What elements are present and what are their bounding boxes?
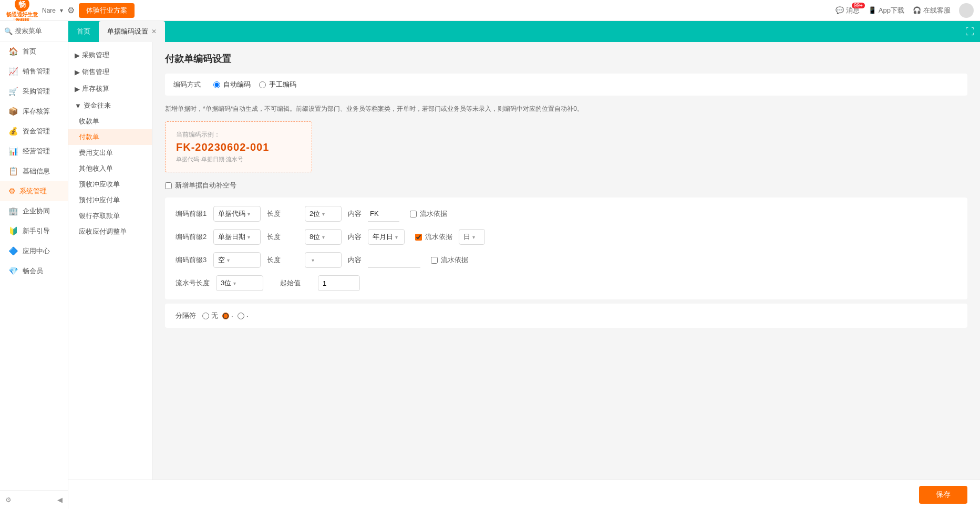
sidebar-item-enterprise[interactable]: 🏢 企业协同 [0,201,68,221]
prefix3-serial-checkbox[interactable] [431,257,438,264]
prefix2-serial-checkbox[interactable] [415,234,422,241]
prefix3-serial-wrap[interactable]: 流水依据 [431,255,468,265]
subnav-capital-label: 资金往来 [84,101,111,110]
sidebar-guide-label: 新手引导 [23,226,50,236]
subnav-item-bank-deposit[interactable]: 银行存取款单 [68,208,152,224]
prefix1-length-label: 长度 [267,209,298,219]
company-dropdown[interactable]: ▾ [60,7,63,14]
prefix1-length-select[interactable]: 2位 ▾ [305,206,342,222]
message-icon: 💬 [835,6,844,14]
subnav-item-payment[interactable]: 付款单 [68,129,152,145]
collapse-icon[interactable]: ◀ [57,496,63,504]
message-badge: 99+ [852,3,865,8]
auto-code-label: 自动编码 [223,80,251,89]
prefix3-label: 编码前缀3 [176,255,207,265]
prefix2-serial-wrap[interactable]: 流水依据 [415,232,452,242]
app-download-btn[interactable]: 📱 App下载 [868,6,904,15]
auto-fill-checkbox[interactable] [165,182,172,189]
page-content: ▶ 采购管理 ▶ 销售管理 ▶ 库存核算 [68,42,980,480]
subnav-capital-title[interactable]: ▼ 资金往来 [68,98,152,113]
prefix2-serial-unit-select[interactable]: 日 ▾ [459,229,485,245]
sep-none-label: 无 [211,311,218,320]
start-value-input[interactable] [318,275,360,291]
main-form: 付款单编码设置 编码方式 自动编码 手工编码 新增单据时，*单据编码*自动生成，… [152,42,980,480]
app-icon: 📱 [868,6,876,14]
sep-none-radio[interactable] [202,313,209,319]
form-title: 付款单编码设置 [165,53,967,65]
sidebar-bottom: ⚙ ◀ [0,490,68,509]
subnav-item-ap-adjustment[interactable]: 应收应付调整单 [68,224,152,240]
subnav-item-other-income[interactable]: 其他收入单 [68,161,152,176]
search-menu[interactable]: 🔍 搜索菜单 [0,21,68,41]
sidebar-item-finance[interactable]: 💰 资金管理 [0,121,68,141]
subnav-inventory-title[interactable]: ▶ 库存核算 [68,81,152,97]
separator-label: 分隔符 [176,311,196,320]
sidebar-enterprise-label: 企业协同 [23,206,50,216]
sidebar-finance-label: 资金管理 [23,127,50,136]
subnav-item-receipt[interactable]: 收款单 [68,113,152,129]
separator-options: 无 · · [202,311,248,320]
inventory-icon: 📦 [8,107,18,116]
message-btn[interactable]: 💬 消息 99+ [835,6,860,15]
sidebar-item-home[interactable]: 🏠 首页 [0,41,68,61]
sep-dot-option[interactable]: · [222,312,233,320]
prefix2-length-select[interactable]: 8位 ▾ [305,229,342,245]
auto-fill-checkbox-label[interactable]: 新增单据自动补空号 [165,181,236,190]
sidebar-sales-label: 销售管理 [23,67,50,76]
sidebar-item-purchase[interactable]: 🛒 采购管理 [0,81,68,101]
tab-home-label: 首页 [77,27,90,36]
prefix3-select[interactable]: 空 ▾ [213,252,261,268]
sep-dash-label: · [246,312,249,320]
sidebar-item-apps[interactable]: 🔷 应用中心 [0,241,68,261]
settings-bottom-icon[interactable]: ⚙ [5,496,12,504]
subnav-item-expense[interactable]: 费用支出单 [68,145,152,161]
prefix1-serial-wrap[interactable]: 流水依据 [410,209,447,219]
user-avatar[interactable] [959,3,974,18]
trial-button[interactable]: 体验行业方案 [79,3,135,18]
sidebar-item-inventory[interactable]: 📦 库存核算 [0,101,68,121]
sep-dot-radio[interactable] [222,313,229,319]
prefix1-length-value: 2位 [310,209,320,219]
purchase-icon: 🛒 [8,87,18,96]
settings-icon[interactable]: ⚙ [67,5,75,15]
prefix3-length-select[interactable]: ▾ [305,252,342,268]
sidebar-item-guide[interactable]: 🔰 新手引导 [0,221,68,241]
prefix3-row: 编码前缀3 空 ▾ 长度 ▾ 内容 [176,252,957,268]
online-service-btn[interactable]: 🎧 在线客服 [913,6,951,15]
manual-code-option[interactable]: 手工编码 [259,80,296,89]
sep-none-option[interactable]: 无 [202,311,218,320]
auto-code-radio[interactable] [213,81,220,88]
prefix2-select[interactable]: 单据日期 ▾ [213,229,261,245]
prefix1-serial-checkbox[interactable] [410,211,417,217]
service-icon: 🎧 [913,6,921,14]
sidebar-item-system[interactable]: ⚙ 系统管理 [0,181,68,201]
auto-code-option[interactable]: 自动编码 [213,80,251,89]
sidebar-item-basic[interactable]: 📋 基础信息 [0,161,68,181]
subnav-purchase-title[interactable]: ▶ 采购管理 [68,47,152,63]
sep-dash-radio[interactable] [238,313,244,319]
save-button[interactable]: 保存 [919,486,967,504]
sep-dot-label: · [231,312,233,320]
prefix2-unit-arrow: ▾ [472,234,475,240]
prefix1-select[interactable]: 单据代码 ▾ [213,206,261,222]
subnav-inventory-label: 库存核算 [82,84,109,94]
prefix2-length-value: 8位 [310,232,320,242]
sidebar-item-member[interactable]: 💎 畅会员 [0,261,68,281]
separator-row: 分隔符 无 · · [176,311,957,320]
serial-length-select[interactable]: 3位 ▾ [216,275,263,291]
subnav-sales-title[interactable]: ▶ 销售管理 [68,64,152,80]
subnav-item-prepay-payment[interactable]: 预付冲应付单 [68,192,152,208]
tab-expand-icon[interactable]: ⛶ [960,26,980,37]
prefix2-content-select[interactable]: 年月日 ▾ [368,229,405,245]
subnav-item-prepay-receipt[interactable]: 预收冲应收单 [68,176,152,192]
brand-name: 畅通通好生意 [6,12,38,18]
prefix2-serial-unit-value: 日 [463,232,470,242]
sidebar-item-sales[interactable]: 📈 销售管理 [0,61,68,81]
tab-encoding[interactable]: 单据编码设置 ✕ [99,21,165,42]
sep-dash-option[interactable]: · [238,312,249,320]
tab-home[interactable]: 首页 [68,21,99,42]
tab-close-icon[interactable]: ✕ [151,28,157,35]
subnav-group-inventory: ▶ 库存核算 [68,81,152,97]
manual-code-radio[interactable] [259,81,266,88]
sidebar-item-operation[interactable]: 📊 经营管理 [0,141,68,161]
